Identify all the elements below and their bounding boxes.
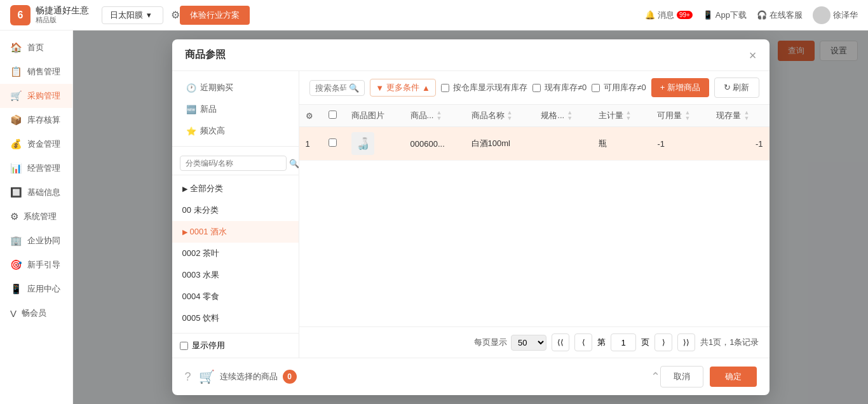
- th-name[interactable]: 商品名称 ▲▼: [465, 105, 535, 127]
- row-checkbox[interactable]: [329, 138, 337, 147]
- show-disabled-area: 显示停用: [172, 333, 299, 358]
- tab-new-label: 新品: [200, 104, 217, 115]
- category-search-input[interactable]: [180, 156, 287, 171]
- th-available[interactable]: 可用量 ▲▼: [651, 105, 710, 127]
- user-profile-nav-item[interactable]: 徐泽华: [813, 6, 858, 24]
- close-button[interactable]: ×: [749, 49, 757, 62]
- tab-frequent[interactable]: ⭐ 频次高: [180, 121, 291, 141]
- sidebar-item-basic-label: 基础信息: [27, 187, 60, 198]
- usable-not-zero-label: 可用库存≠0: [604, 82, 646, 93]
- available-not-zero-label: 现有库存≠0: [545, 82, 587, 93]
- collapse-icon[interactable]: ⌃: [651, 370, 660, 384]
- show-disabled-checkbox[interactable]: [180, 342, 188, 350]
- row-checkbox-cell[interactable]: [322, 127, 345, 161]
- filter-label: 更多条件: [386, 82, 419, 93]
- cat-0003[interactable]: 0003 水果: [172, 264, 299, 286]
- th-code[interactable]: 商品... ▲▼: [404, 105, 465, 127]
- product-table: ⚙ 商品图片 商品... ▲▼: [299, 105, 770, 161]
- left-divider: [172, 146, 299, 147]
- available-not-zero-filter[interactable]: 现有库存≠0: [532, 82, 587, 93]
- cat-all[interactable]: ▶ 全部分类: [172, 178, 299, 199]
- trial-button[interactable]: 体验行业方案: [180, 6, 250, 25]
- app-download-nav-item[interactable]: 📱 App下载: [703, 10, 747, 21]
- sort-arrows-name: ▲▼: [507, 110, 513, 121]
- cat-0002-label: 0002 茶叶: [182, 248, 220, 259]
- by-warehouse-checkbox[interactable]: [441, 84, 449, 92]
- th-unit[interactable]: 主计量 ▲▼: [592, 105, 651, 127]
- settings-icon[interactable]: ⚙: [171, 9, 180, 21]
- cat-00[interactable]: 00 未分类: [172, 199, 299, 221]
- sidebar-item-finance-label: 资金管理: [27, 138, 60, 150]
- th-available-label: 可用量: [657, 110, 682, 121]
- sidebar-item-appcenter[interactable]: 📱 应用中心: [0, 277, 72, 301]
- th-spec[interactable]: 规格... ▲▼: [534, 105, 592, 127]
- by-warehouse-filter[interactable]: 按仓库显示现有库存: [441, 82, 527, 93]
- sidebar-item-inventory[interactable]: 📦 库存核算: [0, 108, 72, 132]
- category-search-icon[interactable]: 🔍: [289, 159, 299, 168]
- purchase-icon: 🛒: [10, 90, 22, 102]
- enterprise-icon: 🏢: [10, 235, 22, 246]
- modal-footer: ? 🛒 连续选择的商品 0 ⌃ 取消 确定: [172, 358, 770, 395]
- refresh-button[interactable]: ↻ 刷新: [714, 77, 759, 98]
- sidebar-item-basic[interactable]: 🔲 基础信息: [0, 180, 72, 205]
- prev-page-button[interactable]: ⟨: [574, 333, 592, 351]
- th-spec-label: 规格...: [541, 110, 564, 121]
- product-search-icon[interactable]: 🔍: [349, 83, 359, 93]
- cat-0001-label: 0001 酒水: [190, 226, 227, 238]
- per-page-select[interactable]: 10 20 50 100: [511, 335, 546, 351]
- tab-recent[interactable]: 🕐 近期购买: [180, 77, 291, 98]
- select-all-checkbox[interactable]: [329, 111, 337, 119]
- branch-label: 日太阳膜: [110, 10, 143, 21]
- confirm-button[interactable]: 确定: [710, 367, 757, 387]
- help-icon[interactable]: ?: [185, 370, 191, 384]
- next-page-button[interactable]: ⟩: [654, 333, 672, 351]
- sidebar-item-home[interactable]: 🏠 首页: [0, 36, 72, 60]
- appcenter-icon: 📱: [10, 283, 22, 295]
- more-filter-button[interactable]: ▼ 更多条件 ▲: [370, 79, 436, 97]
- cat-0003-label: 0003 水果: [182, 269, 220, 281]
- sidebar-item-guide[interactable]: 🎯 新手引导: [0, 253, 72, 277]
- chevron-down-icon: ▾: [147, 10, 151, 20]
- cat-0001[interactable]: ▶ 0001 酒水: [172, 221, 299, 243]
- th-stock[interactable]: 现存量 ▲▼: [710, 105, 769, 127]
- product-search-input[interactable]: [315, 83, 347, 93]
- page-input[interactable]: [611, 333, 636, 351]
- available-not-zero-checkbox[interactable]: [532, 84, 541, 92]
- expand-icon: ▶: [182, 185, 187, 193]
- sidebar-item-sales[interactable]: 📋 销售管理: [0, 60, 72, 84]
- table-row[interactable]: 1 🍶 000600... 白酒100ml 瓶: [299, 127, 770, 161]
- row-name-cell: 白酒100ml: [465, 127, 535, 161]
- tab-recent-label: 近期购买: [200, 82, 233, 93]
- pagination-bar: 每页显示 10 20 50 100 ⟨⟨ ⟨ 第: [299, 327, 770, 358]
- sidebar-item-system[interactable]: ⚙ 系统管理: [0, 205, 72, 229]
- sidebar-item-member[interactable]: V 畅会员: [0, 301, 72, 325]
- cart-count: 0: [283, 370, 297, 384]
- messages-nav-item[interactable]: 🔔 消息 99+: [645, 10, 693, 21]
- th-image: 商品图片: [345, 105, 404, 127]
- table-header-row: ⚙ 商品图片 商品... ▲▼: [299, 105, 770, 127]
- cancel-button[interactable]: 取消: [660, 366, 703, 387]
- category-list: ▶ 全部分类 00 未分类 ▶ 0001 酒水 0002 茶: [172, 175, 299, 333]
- add-product-button[interactable]: + 新增商品: [651, 78, 709, 97]
- cat-0002[interactable]: 0002 茶叶: [172, 243, 299, 264]
- cat-0004[interactable]: 0004 零食: [172, 286, 299, 307]
- logo-icon: 6: [10, 5, 31, 25]
- usable-not-zero-checkbox[interactable]: [592, 84, 600, 92]
- th-settings[interactable]: ⚙: [299, 105, 322, 127]
- online-service-nav-item[interactable]: 🎧 在线客服: [757, 10, 803, 21]
- cat-0005[interactable]: 0005 饮料: [172, 307, 299, 329]
- sidebar-item-purchase-label: 采购管理: [27, 90, 60, 102]
- sidebar-item-purchase[interactable]: 🛒 采购管理: [0, 84, 72, 108]
- usable-not-zero-filter[interactable]: 可用库存≠0: [592, 82, 646, 93]
- sidebar-item-operations[interactable]: 📊 经营管理: [0, 156, 72, 180]
- avatar: [813, 6, 831, 24]
- th-checkbox[interactable]: [322, 105, 345, 127]
- branch-dropdown[interactable]: 日太阳膜 ▾: [102, 6, 163, 24]
- sidebar-item-enterprise[interactable]: 🏢 企业协同: [0, 229, 72, 253]
- th-name-label: 商品名称: [471, 110, 505, 121]
- first-page-button[interactable]: ⟨⟨: [552, 333, 569, 351]
- sidebar-item-finance[interactable]: 💰 资金管理: [0, 132, 72, 156]
- tab-new[interactable]: 🆕 新品: [180, 99, 291, 119]
- last-page-button[interactable]: ⟩⟩: [677, 333, 695, 351]
- sort-arrows-code: ▲▼: [436, 110, 442, 121]
